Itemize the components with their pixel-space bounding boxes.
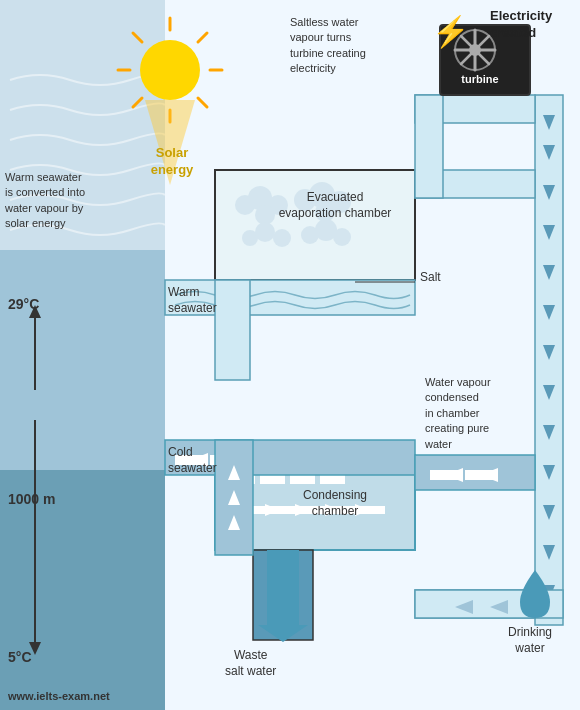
- drinking-water-label: Drinkingwater: [508, 625, 552, 656]
- svg-rect-103: [267, 550, 299, 628]
- condensing-chamber-label: Condensingchamber: [255, 488, 415, 519]
- waste-salt-water-label: Wastesalt water: [225, 648, 276, 679]
- electricity-created-label: Electricity created: [490, 8, 580, 42]
- svg-rect-60: [465, 470, 498, 480]
- svg-rect-58: [430, 470, 463, 480]
- svg-point-22: [333, 228, 351, 246]
- evaporation-chamber-label: Evacuatedevaporation chamber: [255, 190, 415, 221]
- saltless-water-label: Saltless watervapour turnsturbine creati…: [290, 15, 366, 77]
- temp-5-label: 5°C: [8, 648, 32, 666]
- cold-seawater-label: Coldseawater: [168, 445, 217, 476]
- svg-point-19: [273, 229, 291, 247]
- svg-rect-24: [215, 280, 250, 380]
- svg-point-18: [255, 222, 275, 242]
- svg-point-87: [140, 40, 200, 100]
- svg-rect-2: [0, 250, 165, 470]
- website-label: www.ielts-exam.net: [8, 690, 110, 702]
- solar-energy-label: Solarenergy: [142, 145, 202, 179]
- svg-text:⚡: ⚡: [432, 14, 470, 50]
- salt-label: Salt: [420, 270, 441, 286]
- svg-text:turbine: turbine: [461, 73, 498, 85]
- depth-label: 1000 m: [8, 490, 55, 508]
- warm-seawater-desc-label: Warm seawateris converted intowater vapo…: [5, 170, 125, 232]
- temp-29-label: 29°C: [8, 295, 39, 313]
- svg-rect-26: [415, 95, 443, 198]
- water-vapour-condensed-label: Water vapourcondensedin chambercreating …: [425, 375, 491, 452]
- svg-rect-75: [415, 590, 535, 618]
- warm-seawater-label: Warmseawater: [168, 285, 217, 316]
